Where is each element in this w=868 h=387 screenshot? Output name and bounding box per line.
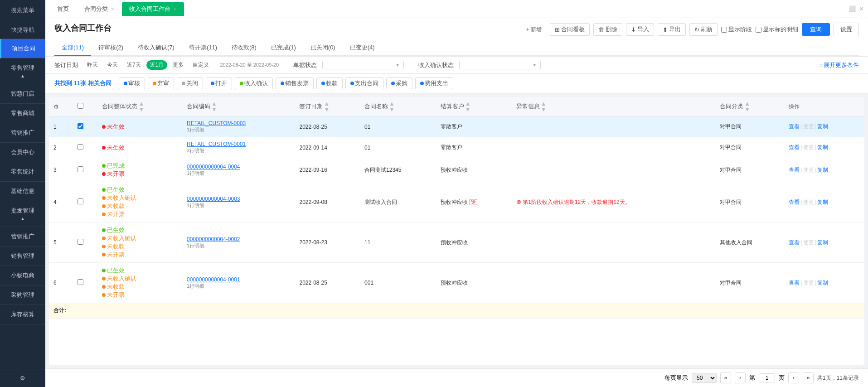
page-last-button[interactable]: »: [803, 372, 814, 383]
op-btn-复制[interactable]: 复制: [817, 167, 828, 173]
expand-filter-button[interactable]: ≡ 展开更多条件: [819, 61, 859, 69]
row-checkbox[interactable]: [78, 123, 83, 129]
action-btn-purchase[interactable]: 采购: [386, 77, 412, 89]
status-tab-closed[interactable]: 已关闭(0): [303, 40, 343, 56]
sidebar-nav[interactable]: 快捷导航: [0, 21, 45, 39]
op-btn-变更[interactable]: 变更: [803, 280, 814, 286]
top-tab-contract-cat[interactable]: 合同分类 ×: [77, 2, 121, 16]
sidebar-item-retail-stats[interactable]: 零售统计: [0, 162, 45, 182]
sidebar-item-ecommerce[interactable]: 小畅电商: [0, 266, 45, 285]
settings-button[interactable]: 设置: [834, 23, 859, 36]
new-button[interactable]: + 新增: [522, 24, 546, 35]
contract-code-link[interactable]: 0000000000004-0003: [187, 196, 240, 202]
op-btn-变更[interactable]: 变更: [803, 167, 814, 173]
show-stage-checkbox[interactable]: [721, 27, 727, 33]
sidebar-item-smart-store[interactable]: 智慧门店: [0, 84, 45, 104]
doc-status-select[interactable]: ▼: [322, 61, 404, 69]
action-btn-income-confirm[interactable]: 收入确认: [235, 77, 273, 89]
op-btn-复制[interactable]: 复制: [817, 123, 828, 130]
status-tab-changed[interactable]: 已变更(4): [343, 40, 382, 56]
action-btn-abandon[interactable]: 弃审: [148, 77, 174, 89]
col-header-status[interactable]: 合同整体状态 ▲▼: [97, 97, 182, 116]
status-tab-pending-payment[interactable]: 待收款(8): [224, 40, 264, 56]
contract-code-link[interactable]: 0000000000004-0002: [187, 236, 240, 242]
action-btn-print[interactable]: 打开: [206, 77, 232, 89]
tab-close-icon-contract-cat[interactable]: ×: [110, 6, 114, 12]
date-shortcut-yesterday[interactable]: 昨天: [83, 60, 102, 70]
contract-code-link[interactable]: RETAIL_CUSTOM-0001: [187, 141, 246, 147]
kanban-button[interactable]: ⊞ 合同看板: [550, 23, 590, 36]
contract-code-link[interactable]: 0000000000004-0001: [187, 276, 240, 283]
col-header-name[interactable]: 合同名称 ▲▼: [360, 97, 436, 116]
status-tab-all[interactable]: 全部(11): [54, 40, 91, 56]
select-all-checkbox[interactable]: [78, 103, 83, 109]
page-next-button[interactable]: ›: [788, 372, 799, 383]
contract-code-link[interactable]: 0000000000004-0004: [187, 164, 240, 170]
sidebar-item-retail-mall[interactable]: 零售商城: [0, 104, 45, 123]
row-checkbox[interactable]: [78, 166, 83, 172]
sidebar-item-purchase[interactable]: 采购管理: [0, 285, 45, 305]
page-prev-button[interactable]: ‹: [735, 372, 746, 383]
op-btn-查看[interactable]: 查看: [789, 239, 800, 246]
sidebar-item-project[interactable]: 项目合同: [0, 39, 45, 58]
row-checkbox[interactable]: [78, 279, 83, 285]
query-button[interactable]: 查询: [802, 23, 830, 36]
sidebar-item-inventory[interactable]: 库存核算: [0, 305, 45, 324]
export-button[interactable]: ⬆ 导出: [658, 23, 686, 36]
row-checkbox[interactable]: [78, 239, 83, 245]
row-checkbox[interactable]: [78, 198, 83, 204]
op-btn-复制[interactable]: 复制: [817, 199, 828, 205]
action-btn-expense-out[interactable]: 支出合同: [345, 77, 383, 89]
show-detail-checkbox[interactable]: [756, 27, 761, 33]
op-btn-查看[interactable]: 查看: [789, 280, 800, 286]
status-tab-completed[interactable]: 已完成(1): [264, 40, 303, 56]
action-btn-close[interactable]: 关闭: [177, 77, 203, 89]
op-btn-复制[interactable]: 复制: [817, 239, 828, 246]
date-shortcut-last1month[interactable]: 近1月: [146, 60, 168, 70]
op-btn-变更[interactable]: 变更: [803, 239, 814, 246]
col-header-customer[interactable]: 结算客户 ▲▼: [436, 97, 512, 116]
top-tab-income-workbench[interactable]: 收入合同工作台 ×: [122, 2, 184, 16]
status-tab-pending-invoice[interactable]: 待开票(11): [182, 40, 224, 56]
income-confirm-select[interactable]: ▼: [459, 61, 541, 69]
col-header-abnormal[interactable]: 异常信息 ▲▼: [512, 97, 716, 116]
sidebar-item-member[interactable]: 会员中心: [0, 143, 45, 162]
window-restore-icon[interactable]: ⬜: [849, 5, 856, 12]
sidebar-item-retail-mgmt[interactable]: 零售管理 ▲: [0, 58, 45, 84]
date-shortcut-more[interactable]: 更多: [169, 60, 187, 70]
row-config-icon[interactable]: ⚙: [53, 103, 59, 110]
action-btn-sales-invoice[interactable]: 销售发票: [276, 77, 314, 89]
action-btn-expense-pay[interactable]: 费用支出: [415, 77, 453, 89]
op-btn-查看[interactable]: 查看: [789, 167, 800, 173]
action-btn-review[interactable]: 审核: [119, 77, 145, 89]
row-checkbox[interactable]: [78, 144, 83, 150]
date-shortcut-last7[interactable]: 近7天: [123, 60, 145, 70]
page-size-select[interactable]: 50 10 20 100: [692, 373, 717, 383]
contract-code-link[interactable]: RETAIL_CUSTOM-0003: [187, 120, 246, 126]
col-header-code[interactable]: 合同编码 ▲▼: [182, 97, 295, 116]
sidebar-item-marketing2[interactable]: 营销推广: [0, 227, 45, 247]
top-tab-home[interactable]: 首页: [50, 2, 76, 16]
date-shortcut-today[interactable]: 今天: [103, 60, 121, 70]
date-shortcut-custom[interactable]: 自定义: [189, 60, 213, 70]
status-tab-pending-review[interactable]: 待审核(2): [91, 40, 131, 56]
refresh-button[interactable]: ↻ 刷新: [689, 23, 718, 36]
sidebar-item-marketing[interactable]: 营销推广: [0, 123, 45, 143]
col-header-sign-date[interactable]: 签订日期 ▲▼: [295, 97, 360, 116]
sidebar-search[interactable]: 搜索菜单: [0, 0, 45, 21]
page-number-input[interactable]: [759, 373, 775, 382]
op-btn-变更[interactable]: 变更: [803, 123, 814, 130]
op-btn-复制[interactable]: 复制: [817, 144, 828, 150]
delete-button[interactable]: 🗑 删除: [593, 23, 622, 36]
op-btn-复制[interactable]: 复制: [817, 280, 828, 286]
sidebar-item-wholesale[interactable]: 批发管理 ▲: [0, 201, 45, 227]
op-btn-查看[interactable]: 查看: [789, 144, 800, 150]
col-header-category[interactable]: 合同分类 ▲▼: [715, 97, 784, 116]
status-tab-pending-confirm[interactable]: 待收入确认(7): [131, 40, 182, 56]
sidebar-item-sales-mgmt[interactable]: 销售管理: [0, 247, 45, 266]
import-button[interactable]: ⬇ 导入: [626, 23, 654, 36]
op-btn-查看[interactable]: 查看: [789, 199, 800, 205]
op-btn-查看[interactable]: 查看: [789, 123, 800, 130]
action-btn-payment[interactable]: 收款: [316, 77, 343, 89]
op-btn-变更[interactable]: 变更: [803, 199, 814, 205]
